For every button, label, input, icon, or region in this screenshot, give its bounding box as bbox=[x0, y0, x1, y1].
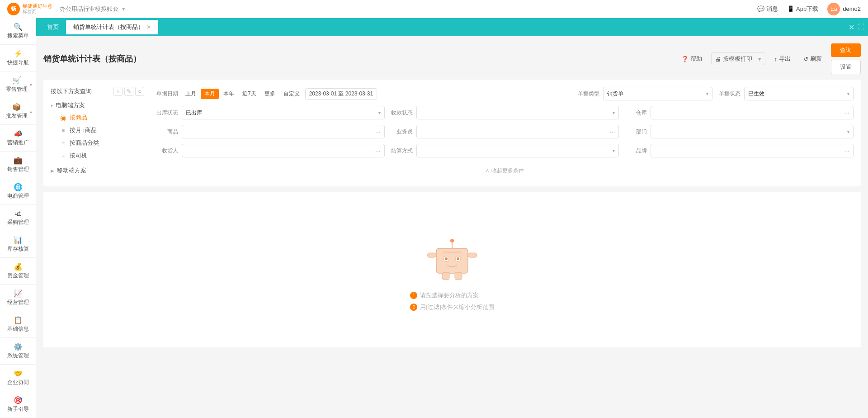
sidebar-item-sys[interactable]: ⚙️ 系统管理 bbox=[0, 338, 36, 365]
empty-state: 1 请先选择要分析的方案 2 用[过滤]条件来缩小分析范围 bbox=[43, 192, 861, 347]
date-tab-this-month[interactable]: 本月 bbox=[201, 89, 219, 99]
recipient-input[interactable]: ··· bbox=[182, 144, 385, 157]
warehouse-input[interactable]: ··· bbox=[651, 106, 854, 119]
retail-icon: 🛒 bbox=[12, 76, 21, 85]
sidebar-item-finance[interactable]: 💰 资金管理 bbox=[0, 258, 36, 285]
department-dropdown-icon: ▾ bbox=[847, 129, 849, 134]
svg-point-4 bbox=[445, 257, 448, 260]
user-area[interactable]: Ea demo2 bbox=[827, 3, 861, 15]
product-dots-icon[interactable]: ··· bbox=[375, 128, 381, 135]
salesperson-dots-icon[interactable]: ··· bbox=[610, 128, 615, 135]
sidebar-item-operation[interactable]: 📈 经营管理 bbox=[0, 285, 36, 311]
svg-rect-12 bbox=[443, 252, 461, 253]
doc-status-dropdown-icon: ▾ bbox=[847, 91, 849, 96]
scheme-group-mobile-header[interactable]: ▶ 移动端方案 bbox=[51, 165, 144, 176]
scheme-item-by-month-product-icon: ≡ bbox=[60, 127, 67, 134]
brand-input[interactable]: ··· bbox=[651, 144, 854, 157]
warehouse-dots-icon[interactable]: ··· bbox=[844, 109, 849, 116]
doc-status-select[interactable]: 已生效 ▾ bbox=[744, 87, 854, 100]
scheme-edit-btn[interactable]: ✎ bbox=[124, 87, 133, 96]
date-tab-more[interactable]: 更多 bbox=[261, 89, 279, 99]
empty-step-2: 2 用[过滤]条件来缩小分析范围 bbox=[410, 303, 494, 311]
page-content: 销货单统计计表（按商品） ❓ 帮助 🖨 按模板打印 ▾ ↑ 导出 bbox=[36, 36, 868, 418]
export-btn[interactable]: ↑ 导出 bbox=[771, 53, 795, 65]
workspace-dropdown[interactable]: ▾ bbox=[122, 5, 125, 12]
sidebar-item-sales[interactable]: 💼 销售管理 bbox=[0, 152, 36, 178]
filter-field-recipient: 收货人 ··· bbox=[156, 144, 385, 157]
date-tab-custom[interactable]: 自定义 bbox=[280, 89, 303, 99]
page-title: 销货单统计计表（按商品） bbox=[43, 53, 141, 64]
department-select[interactable]: ▾ bbox=[651, 125, 854, 138]
tab-sales-stat[interactable]: 销货单统计计表（按商品） ✕ bbox=[66, 20, 158, 34]
filter-field-warehouse: 仓库 ··· bbox=[624, 106, 854, 119]
sidebar-item-search-menu[interactable]: 🔍 搜索菜单 bbox=[0, 18, 36, 45]
app-download-btn[interactable]: 📱 App下载 bbox=[787, 5, 818, 13]
doc-type-select[interactable]: 销货单 ▾ bbox=[603, 87, 712, 100]
sys-icon: ⚙️ bbox=[2, 342, 34, 351]
scheme-item-by-month-product[interactable]: ≡ 按月+商品 bbox=[51, 124, 144, 137]
tab-close-icon[interactable]: ✕ bbox=[146, 24, 151, 30]
filter-field-out-status: 出库状态 已出库 ▾ bbox=[156, 106, 385, 119]
sidebar-item-retail[interactable]: 🛒 零售管理 ▾ bbox=[0, 71, 36, 98]
sidebar-item-ecom[interactable]: 🌐 电商管理 bbox=[0, 178, 36, 205]
tab-home[interactable]: 首页 bbox=[40, 20, 66, 34]
empty-step-1: 1 请先选择要分析的方案 bbox=[410, 291, 494, 299]
out-status-select[interactable]: 已出库 ▾ bbox=[182, 106, 385, 119]
marketing-icon: 📣 bbox=[2, 129, 34, 138]
svg-rect-11 bbox=[455, 272, 462, 280]
query-btn[interactable]: 查询 bbox=[831, 43, 861, 57]
payment-status-select[interactable]: ▾ bbox=[416, 106, 619, 119]
scheme-collapse-btn[interactable]: « bbox=[135, 87, 144, 96]
collapse-bar[interactable]: ∧ 收起更多条件 bbox=[156, 163, 854, 178]
scheme-group-desktop-header[interactable]: ▾ 电脑端方案 bbox=[51, 100, 144, 111]
date-tabs: 上月 本月 本年 近7天 更多 自定义 bbox=[182, 89, 303, 99]
filter-row-4: 收货人 ··· 结算方式 ▾ bbox=[156, 144, 854, 157]
filter-field-product: 商品 ··· bbox=[156, 125, 385, 138]
tab-close-window[interactable]: ✕ bbox=[849, 23, 854, 32]
sidebar-item-new-guide[interactable]: 🎯 新手引导 bbox=[0, 391, 36, 418]
sales-icon: 💼 bbox=[2, 156, 34, 165]
message-btn[interactable]: 💬 消息 bbox=[757, 5, 778, 13]
page-actions: ❓ 帮助 🖨 按模板打印 ▾ ↑ 导出 ↺ 刷新 bbox=[678, 43, 861, 74]
sidebar-item-coop[interactable]: 🤝 企业协同 bbox=[0, 365, 36, 391]
sidebar-item-wholesale[interactable]: 📦 批发管理 ▴ bbox=[0, 98, 36, 125]
recipient-dots-icon[interactable]: ··· bbox=[375, 147, 381, 154]
download-icon: 📱 bbox=[787, 5, 794, 12]
print-icon: 🖨 bbox=[715, 56, 721, 62]
date-tab-this-year[interactable]: 本年 bbox=[220, 89, 238, 99]
scheme-item-by-product[interactable]: ◉ 按商品 bbox=[51, 111, 144, 124]
print-btn[interactable]: 🖨 按模板打印 ▾ bbox=[711, 52, 765, 65]
scheme-header-actions: + ✎ « bbox=[113, 87, 144, 96]
refresh-btn[interactable]: ↺ 刷新 bbox=[800, 53, 826, 65]
empty-illustration bbox=[425, 228, 479, 282]
date-tab-last-month[interactable]: 上月 bbox=[182, 89, 200, 99]
sidebar-item-marketing[interactable]: 📣 营销推广 bbox=[0, 125, 36, 152]
sidebar-item-purchase[interactable]: 🛍 采购管理 bbox=[0, 205, 36, 231]
date-range-input[interactable]: 2023-03-01 至 2023-03-31 bbox=[305, 88, 377, 100]
salesperson-input[interactable]: ··· bbox=[416, 125, 619, 138]
tab-maximize[interactable]: ⛶ bbox=[858, 23, 864, 32]
scheme-header: 按以下方案查询 + ✎ « bbox=[51, 87, 144, 96]
svg-rect-8 bbox=[427, 253, 436, 257]
sidebar-item-basic[interactable]: 📋 基础信息 bbox=[0, 311, 36, 338]
date-tab-7days[interactable]: 近7天 bbox=[239, 89, 260, 99]
product-input[interactable]: ··· bbox=[182, 125, 385, 138]
scheme-item-by-product-cat[interactable]: ≡ 按商品分类 bbox=[51, 137, 144, 149]
scheme-add-btn[interactable]: + bbox=[113, 87, 123, 96]
settings-btn[interactable]: 设置 bbox=[831, 60, 861, 74]
brand-dots-icon[interactable]: ··· bbox=[844, 147, 849, 154]
tab-bar: 首页 销货单统计计表（按商品） ✕ ✕ ⛶ bbox=[36, 18, 868, 36]
sidebar-item-quick-nav[interactable]: ⚡ 快捷导航 bbox=[0, 45, 36, 71]
page-header: 销货单统计计表（按商品） ❓ 帮助 🖨 按模板打印 ▾ ↑ 导出 bbox=[43, 43, 861, 74]
filter-field-doc-type: 单据类型 销货单 ▾ bbox=[577, 87, 712, 100]
help-btn[interactable]: ❓ 帮助 bbox=[678, 53, 706, 65]
scheme-item-by-scanner[interactable]: ≡ 按司机 bbox=[51, 149, 144, 162]
print-dropdown-arrow[interactable]: ▾ bbox=[756, 56, 761, 62]
empty-steps: 1 请先选择要分析的方案 2 用[过滤]条件来缩小分析范围 bbox=[410, 291, 494, 311]
filter-field-brand: 品牌 ··· bbox=[624, 144, 854, 157]
logo-icon: 畅 bbox=[7, 3, 20, 15]
settlement-select[interactable]: ▾ bbox=[416, 144, 619, 157]
sidebar-item-inventory[interactable]: 📊 库存核算 bbox=[0, 231, 36, 258]
operation-icon: 📈 bbox=[2, 289, 34, 298]
svg-rect-9 bbox=[468, 253, 477, 257]
